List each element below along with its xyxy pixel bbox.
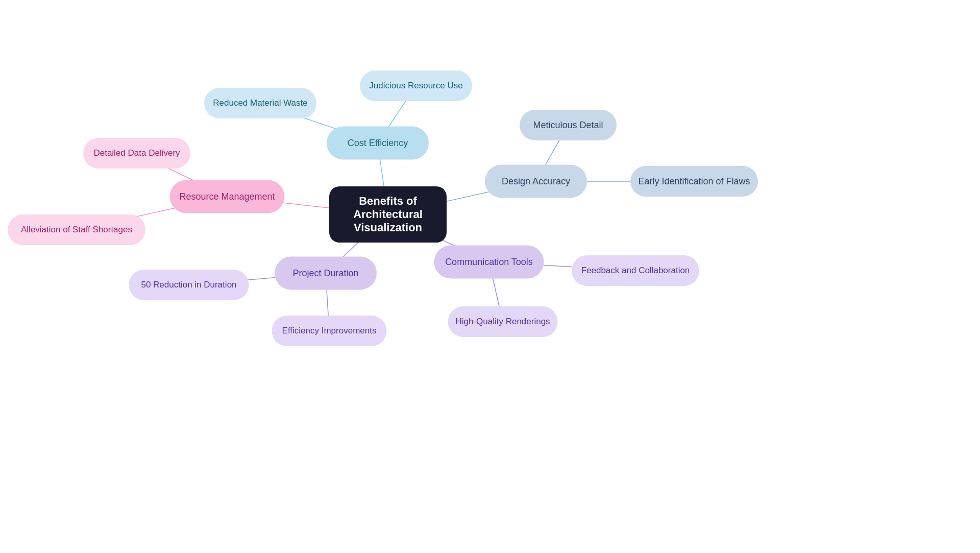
node-early-identification: Early Identification of Flaws: [630, 166, 758, 197]
node-reduction-duration: 50 Reduction in Duration: [129, 270, 249, 300]
node-communication-tools: Communication Tools: [434, 246, 544, 279]
node-alleviation-staff: Alleviation of Staff Shortages: [8, 214, 145, 245]
node-reduced-material: Reduced Material Waste: [204, 88, 316, 118]
node-cost-efficiency: Cost Efficiency: [327, 127, 429, 160]
node-detailed-data: Detailed Data Delivery: [83, 138, 190, 169]
node-judicious-resource: Judicious Resource Use: [360, 70, 472, 101]
node-high-quality: High-Quality Renderings: [448, 306, 558, 337]
node-efficiency-improvements: Efficiency Improvements: [272, 316, 387, 346]
node-design-accuracy: Design Accuracy: [485, 165, 587, 198]
node-feedback-collab: Feedback and Collaboration: [572, 255, 699, 286]
node-resource-management: Resource Management: [170, 180, 285, 213]
center-node: Benefits of Architectural Visualization: [329, 186, 447, 243]
node-meticulous-detail: Meticulous Detail: [520, 110, 617, 140]
node-project-duration: Project Duration: [275, 257, 377, 290]
mind-map: Benefits of Architectural VisualizationC…: [0, 0, 980, 553]
